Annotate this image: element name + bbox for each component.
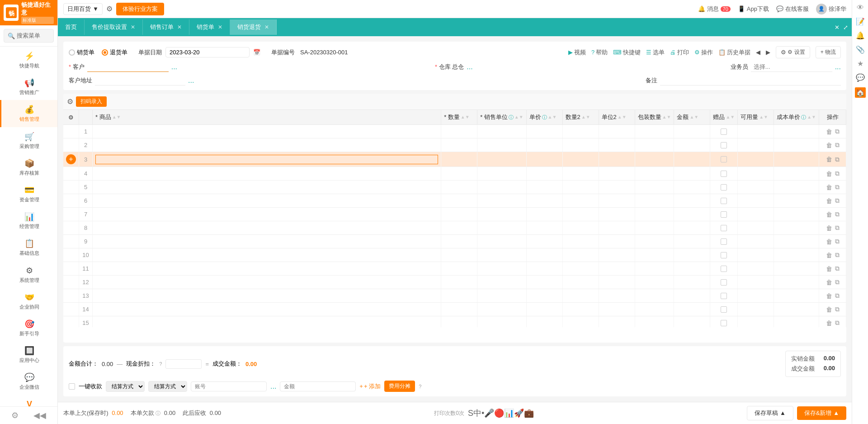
- delete-row-8[interactable]: 🗑: [826, 224, 832, 232]
- add-logistics-button[interactable]: + 物流: [816, 46, 841, 58]
- unit-info-icon[interactable]: ⓘ: [509, 114, 514, 121]
- copy-row-14[interactable]: ⧉: [835, 305, 840, 313]
- td-unit-2[interactable]: [477, 138, 526, 152]
- gift-checkbox-9[interactable]: [721, 238, 727, 245]
- sidebar-item-guide[interactable]: 🎯 新手引导: [0, 314, 57, 341]
- right-panel-btn-3[interactable]: 🔔: [856, 31, 865, 40]
- tab-close-sales[interactable]: ✕: [218, 24, 222, 30]
- td-unit-3[interactable]: [477, 152, 526, 167]
- copy-row-2[interactable]: ⧉: [835, 141, 840, 149]
- operation-btn[interactable]: ⚙ 操作: [694, 48, 713, 57]
- price-info-icon[interactable]: ⓘ: [542, 114, 547, 121]
- gift-checkbox-13[interactable]: [721, 293, 727, 299]
- sidebar-item-marketing[interactable]: 📢 营销推广: [0, 73, 57, 100]
- tab-home[interactable]: 首页: [58, 19, 85, 35]
- delete-row-6[interactable]: 🗑: [826, 197, 832, 205]
- search-menu-button[interactable]: 🔍 搜索菜单: [4, 29, 54, 43]
- right-panel-btn-7[interactable]: 🏠: [855, 87, 866, 98]
- right-panel-btn-2[interactable]: 📝: [856, 17, 865, 26]
- product-input-3[interactable]: [95, 155, 438, 164]
- delete-row-4[interactable]: 🗑: [826, 170, 832, 177]
- sidebar-item-system[interactable]: ⚙ 系统管理: [0, 261, 57, 288]
- td-qty2-1[interactable]: [562, 125, 599, 138]
- gift-checkbox-6[interactable]: [721, 198, 727, 204]
- sidebar-item-operations[interactable]: 📊 经营管理: [0, 207, 57, 234]
- copy-row-4[interactable]: ⧉: [835, 170, 840, 177]
- radio-sale[interactable]: 销货单: [69, 48, 94, 57]
- delete-row-14[interactable]: 🗑: [826, 306, 832, 313]
- date-input[interactable]: [165, 47, 250, 57]
- td-qty-3[interactable]: [441, 152, 477, 167]
- expand-window-icon[interactable]: ⤢: [843, 24, 848, 31]
- experience-button[interactable]: 体验行业方案: [116, 3, 164, 15]
- delete-row-11[interactable]: 🗑: [826, 265, 832, 272]
- gift-checkbox-12[interactable]: [721, 279, 727, 286]
- video-btn[interactable]: ▶ 视频: [568, 48, 586, 57]
- copy-row-7[interactable]: ⧉: [835, 210, 840, 218]
- delete-row-3[interactable]: 🗑: [826, 156, 832, 163]
- add-row-button[interactable]: +: [66, 154, 76, 164]
- save-draft-button[interactable]: 保存草稿 ▲: [747, 406, 793, 420]
- tab-price-settings[interactable]: 售价提取设置 ✕: [85, 19, 143, 35]
- account-input[interactable]: [191, 381, 267, 391]
- nav-left-icon[interactable]: ◀: [756, 49, 760, 56]
- td-qty-1[interactable]: [441, 125, 477, 138]
- td-product-3[interactable]: [93, 152, 441, 167]
- nav-right-icon[interactable]: ▶: [766, 49, 770, 56]
- gift-checkbox-4[interactable]: [721, 171, 727, 177]
- tab-sales[interactable]: 销货单 ✕: [189, 19, 230, 35]
- gift-checkbox-10[interactable]: [721, 252, 727, 258]
- sidebar-item-wechat[interactable]: 💬 企业微信: [0, 368, 57, 395]
- gift-checkbox-8[interactable]: [721, 225, 727, 231]
- delete-row-15[interactable]: 🗑: [826, 319, 832, 327]
- print-btn[interactable]: 🖨 打印: [670, 48, 689, 57]
- sidebar-item-finance[interactable]: 💳 资金管理: [0, 181, 57, 207]
- add-payment-button[interactable]: + + 添加: [359, 382, 381, 391]
- delete-row-7[interactable]: 🗑: [826, 211, 832, 218]
- tab-close-sales-return[interactable]: ✕: [264, 24, 269, 30]
- copy-row-10[interactable]: ⧉: [835, 251, 840, 259]
- account-select-icon[interactable]: ...: [270, 383, 276, 390]
- close-window-icon[interactable]: ✕: [835, 24, 840, 31]
- sidebar-item-sales[interactable]: 💰 销售管理: [0, 100, 57, 127]
- copy-row-3[interactable]: ⧉: [835, 156, 840, 163]
- address-select-icon[interactable]: ...: [188, 77, 194, 84]
- shortcut-btn[interactable]: ⌨ 快捷键: [613, 48, 641, 57]
- delete-row-5[interactable]: 🗑: [826, 184, 832, 191]
- copy-row-11[interactable]: ⧉: [835, 265, 840, 272]
- sidebar-item-collab[interactable]: 🤝 企业协同: [0, 288, 57, 314]
- td-gift-3[interactable]: [710, 152, 738, 167]
- copy-row-15[interactable]: ⧉: [835, 319, 840, 327]
- td-unit2-1[interactable]: [599, 125, 635, 138]
- copy-row-13[interactable]: ⧉: [835, 292, 840, 300]
- sidebar-item-vip[interactable]: V 畅会员: [0, 395, 57, 406]
- category-selector[interactable]: 日用百货 ▼: [63, 3, 103, 15]
- copy-row-12[interactable]: ⧉: [835, 278, 840, 286]
- tab-sales-order[interactable]: 销售订单 ✕: [143, 19, 189, 35]
- copy-row-1[interactable]: ⧉: [835, 128, 840, 135]
- right-panel-btn-6[interactable]: 💬: [856, 73, 865, 82]
- td-amount-1[interactable]: [674, 125, 710, 138]
- delete-row-2[interactable]: 🗑: [826, 142, 832, 149]
- delete-row-13[interactable]: 🗑: [826, 292, 832, 300]
- td-product-1[interactable]: [93, 125, 441, 138]
- td-pkg-1[interactable]: [635, 125, 674, 138]
- discount-input[interactable]: [165, 359, 202, 369]
- copy-row-6[interactable]: ⧉: [835, 197, 840, 205]
- customer-select-icon[interactable]: ...: [171, 63, 177, 71]
- delete-row-9[interactable]: 🗑: [826, 238, 832, 245]
- cost-info-icon[interactable]: ⓘ: [801, 114, 806, 121]
- tab-sales-return[interactable]: 销货退货 ✕: [230, 19, 277, 35]
- td-product-2[interactable]: [93, 138, 441, 152]
- message-button[interactable]: 🔔 消息 70: [698, 5, 731, 13]
- gift-checkbox-3[interactable]: [721, 156, 727, 162]
- salesperson-input[interactable]: [751, 62, 832, 72]
- td-qty2-3[interactable]: [562, 152, 599, 167]
- sidebar-item-quick-nav[interactable]: ⚡ 快捷导航: [0, 47, 57, 73]
- amount-input[interactable]: [280, 381, 356, 391]
- help-btn[interactable]: ? 帮助: [591, 48, 608, 57]
- collapse-icon[interactable]: ◀◀: [33, 410, 46, 420]
- sidebar-item-purchase[interactable]: 🛒 采购管理: [0, 127, 57, 154]
- split-info-icon[interactable]: ?: [419, 384, 421, 389]
- td-unit2-3[interactable]: [599, 152, 635, 167]
